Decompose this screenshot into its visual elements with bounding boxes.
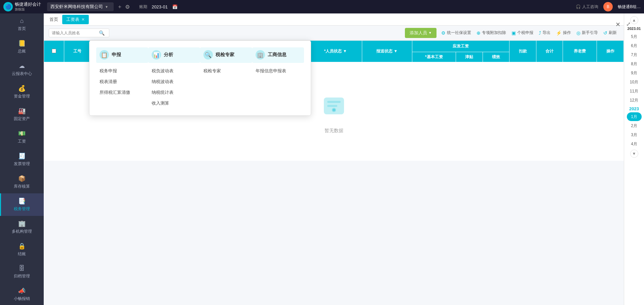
sidebar-label-home: 首页 — [18, 26, 26, 32]
logo-text: 畅捷通好会计 — [15, 2, 41, 7]
top-bar: 🔵 畅捷通好会计 旗舰版 西安虾米网络科技有限公司 ▼ ＋ ⚙ 账期 2023-… — [0, 0, 644, 13]
timeline-months-prev: 5月6月7月8月9月10月11月12月 — [627, 32, 642, 105]
th-绩效: 绩效 — [483, 52, 509, 62]
shen-bao-title: 申报 — [112, 52, 121, 58]
sidebar-item-salary[interactable]: 💵 工资 — [0, 126, 44, 148]
refresh-button[interactable]: ↺刷新 — [601, 29, 619, 37]
salary-icon: 💵 — [18, 130, 26, 137]
special-deduction-button[interactable]: ⊕专项附加扣除 — [475, 29, 508, 37]
dropdown-col-header-gong-shang: 🏢工商信息 — [252, 47, 304, 63]
add-person-label: 添加人员 — [410, 30, 427, 36]
dropdown-item-annual-report[interactable]: 年报信息申报表 — [252, 66, 304, 76]
dropdown-item-tax-stats[interactable]: 纳税统计表 — [148, 87, 200, 98]
calendar-icon[interactable]: 📅 — [172, 4, 178, 9]
timeline-month-1[interactable]: 1月 — [627, 112, 642, 121]
restore-content-button[interactable]: ⤢ — [626, 21, 631, 27]
dropdown-popup: 📋申报税务申报税表清册所得税汇算清缴📊分析税负波动表纳税波动表纳税统计表收入测算… — [89, 40, 311, 116]
timeline-month-prev-9[interactable]: 9月 — [627, 69, 642, 77]
user-avatar[interactable]: B — [603, 2, 613, 11]
timeline-up-nav[interactable]: ▲ — [630, 16, 638, 24]
timeline-month-prev-12[interactable]: 12月 — [627, 96, 642, 105]
close-content-button[interactable]: ✕ — [615, 21, 620, 28]
shui-jian-title: 税检专家 — [216, 52, 234, 58]
home-icon: ⌂ — [20, 17, 24, 25]
timeline-month-prev-8[interactable]: 8月 — [627, 60, 642, 68]
gong-shang-title: 工商信息 — [268, 52, 287, 58]
timeline-month-2[interactable]: 2月 — [627, 121, 642, 130]
operations-button[interactable]: ⚡操作 — [554, 29, 573, 37]
dropdown-col-shen-bao: 📋申报税务申报税表清册所得税汇算清缴 — [96, 47, 148, 109]
company-selector[interactable]: 西安虾米网络科技有限公司 ▼ — [47, 2, 114, 11]
sidebar-label-inventory: 库存核算 — [14, 184, 30, 189]
dropdown-item-income-tax-calc[interactable]: 所得税汇算清缴 — [96, 87, 148, 98]
sidebar-item-cloud-report[interactable]: ☁ 云报表中心 — [0, 58, 44, 81]
timeline-month-3[interactable]: 3月 — [627, 130, 642, 139]
th-工号: 工号 — [64, 41, 91, 62]
th-合计: 合计 — [536, 41, 563, 62]
timeline-month-prev-11[interactable]: 11月 — [627, 87, 642, 96]
dropdown-item-tax-burden[interactable]: 税负波动表 — [148, 66, 200, 76]
dropdown-item-tax-declare[interactable]: 税务申报 — [96, 66, 148, 76]
sidebar-item-multi-org[interactable]: 🏢 多机构管理 — [0, 216, 44, 238]
svg-rect-1 — [327, 101, 341, 103]
tax-icon: 📑 — [18, 197, 26, 205]
tab-label-home: 首页 — [49, 16, 58, 23]
th-操作: 操作 — [597, 41, 624, 62]
top-bar-actions: ＋ ⚙ 账期 2023-01 📅 — [117, 3, 178, 10]
tab-close-salary[interactable]: ✕ — [81, 17, 85, 22]
search-input-wrap: 🔍 — [49, 29, 109, 37]
xiao-chang-icon: 📣 — [18, 287, 26, 295]
sidebar-item-fund[interactable]: 💰 资金管理 — [0, 81, 44, 103]
fund-icon: 💰 — [18, 85, 26, 92]
sidebar-item-close[interactable]: 🔒 结账 — [0, 238, 44, 261]
dropdown-item-income-calc[interactable]: 收入测算 — [148, 98, 200, 109]
shen-bao-header-icon: 📋 — [100, 50, 109, 60]
timeline-month-prev-6[interactable]: 6月 — [627, 41, 642, 50]
timeline-month-prev-7[interactable]: 7月 — [627, 50, 642, 59]
timeline-down-nav[interactable]: ▼ — [630, 150, 638, 158]
social-security-button[interactable]: ⚙统一社保设置 — [439, 29, 473, 37]
sidebar-item-archive[interactable]: 🗄 归档管理 — [0, 261, 44, 283]
dropdown-col-header-shui-jian: 🔍税检专家 — [200, 47, 252, 63]
sidebar-item-fixed-assets[interactable]: 🏭 固定资产 — [0, 103, 44, 126]
tab-home[interactable]: 首页 — [45, 15, 62, 24]
add-company-button[interactable]: ＋ — [117, 3, 122, 10]
user-name[interactable]: 畅捷通B组… — [618, 4, 641, 10]
dropdown-item-tax-payment[interactable]: 纳税波动表 — [148, 76, 200, 87]
tab-salary[interactable]: 工资表✕ — [62, 15, 89, 24]
refresh-label: 刷新 — [609, 30, 617, 36]
search-input[interactable] — [52, 31, 99, 35]
tax-report-button[interactable]: ▣个税申报 — [509, 29, 535, 37]
sidebar-item-invoice[interactable]: 🧾 发票管理 — [0, 148, 44, 171]
export-label: 导出 — [542, 30, 551, 36]
add-person-button[interactable]: 添加人员 ▼ — [405, 28, 437, 38]
sidebar-item-home[interactable]: ⌂ 首页 — [0, 13, 44, 36]
logo-sub: 旗舰版 — [15, 7, 41, 12]
sidebar-item-tax[interactable]: 📑 税务管理 — [0, 193, 44, 216]
timeline-month-4[interactable]: 4月 — [627, 140, 642, 148]
dropdown-item-tax-form[interactable]: 税表清册 — [96, 76, 148, 87]
top-bar-right: 🎧 人工咨询 B 畅捷通B组… — [576, 2, 641, 11]
refresh-icon: ↺ — [603, 30, 607, 36]
settings-icon-button[interactable]: ⚙ — [125, 4, 130, 10]
sidebar-item-xiao-chang[interactable]: 📣 小畅报销 — [0, 283, 44, 305]
sidebar-item-ledger[interactable]: 📒 总账 — [0, 36, 44, 58]
help-button[interactable]: 🎧 人工咨询 — [576, 4, 598, 10]
guide-label: 新手引导 — [582, 30, 598, 36]
social-security-label: 统一社保设置 — [447, 30, 471, 36]
chevron-down-icon: ▼ — [105, 5, 108, 9]
dropdown-item-tax-expert[interactable]: 税检专家 — [200, 66, 252, 76]
dropdown-col-fen-xi: 📊分析税负波动表纳税波动表纳税统计表收入测算 — [148, 47, 200, 109]
sidebar-item-inventory[interactable]: 📦 库存核算 — [0, 171, 44, 193]
cloud-report-icon: ☁ — [19, 62, 25, 70]
th-check[interactable] — [44, 41, 64, 62]
export-button[interactable]: ⤴导出 — [537, 29, 553, 37]
archive-icon: 🗄 — [19, 265, 25, 272]
th-人员状态: *人员状态 ▼ — [309, 41, 362, 62]
timeline-month-prev-10[interactable]: 10月 — [627, 78, 642, 86]
search-icon[interactable]: 🔍 — [99, 30, 105, 36]
guide-button[interactable]: ◎新手引导 — [574, 29, 600, 37]
select-all-checkbox[interactable] — [52, 49, 56, 53]
timeline-month-prev-5[interactable]: 5月 — [627, 32, 642, 41]
dropdown-col-header-fen-xi: 📊分析 — [148, 47, 200, 63]
